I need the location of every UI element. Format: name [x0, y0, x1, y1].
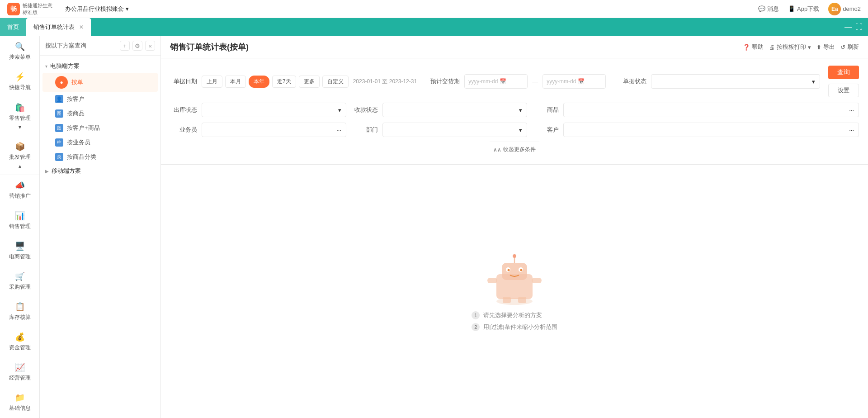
scheme-group-pc-header[interactable]: ▾ 电脑端方案: [40, 59, 160, 73]
sidebar-section-top: 🔍 搜索菜单 ⚡ 快捷导航: [0, 36, 39, 97]
by-order-label: 按单: [71, 78, 83, 86]
tab-close-icon[interactable]: ✕: [79, 24, 84, 30]
date-range-text: 2023-01-01 至 2023-12-31: [353, 78, 417, 86]
template-print-btn[interactable]: 🖨 按模板打印 ▾: [769, 43, 811, 51]
empty-illustration: [483, 252, 546, 306]
sales-stat-tab-label: 销售订单统计表: [33, 23, 75, 31]
sidebar-item-marketing[interactable]: 📣 营销推广: [0, 175, 39, 205]
help-btn[interactable]: ❓ 帮助: [743, 43, 764, 51]
account-selector[interactable]: 办公用品行业模拟账套 ▾: [65, 5, 129, 13]
add-scheme-btn[interactable]: +: [120, 41, 130, 51]
ecommerce-icon: 🖥️: [15, 241, 25, 251]
scheme-item-by-goods[interactable]: 图 按商品: [42, 106, 158, 121]
goods-label: 商品: [532, 106, 559, 114]
date-btn-this-year[interactable]: 本年: [249, 76, 269, 88]
tab-bar: 首页 销售订单统计表 ✕ — ⛶: [0, 18, 868, 36]
sidebar-item-finance[interactable]: 💰 资金管理: [0, 327, 39, 357]
payment-status-select[interactable]: ▾: [382, 103, 527, 117]
home-tab-label: 首页: [7, 23, 19, 31]
sidebar-item-purchase[interactable]: 🛒 采购管理: [0, 266, 39, 296]
svg-rect-2: [502, 263, 527, 280]
sidebar-item-basicinfo[interactable]: 📁 基础信息: [0, 387, 39, 418]
date-end-input[interactable]: yyyy-mm-dd 📅: [542, 74, 606, 89]
sidebar-item-ecommerce[interactable]: 🖥️ 电商管理: [0, 236, 39, 266]
message-btn[interactable]: 💬 消息: [758, 5, 779, 13]
dropdown-arrow-icon: ▾: [126, 5, 129, 12]
calendar-end-icon: 📅: [578, 78, 585, 85]
scheme-item-by-category[interactable]: 类 按商品分类: [42, 150, 158, 164]
refresh-icon: ↺: [840, 44, 845, 51]
salesperson-select[interactable]: ···: [202, 123, 346, 137]
tab-home[interactable]: 首页: [0, 18, 26, 36]
collapse-more-btn[interactable]: ∧∧ 收起更多条件: [490, 142, 539, 157]
sidebar-item-retail[interactable]: 🛍️ 零售管理 ▾: [0, 97, 39, 136]
scheme-item-by-customer[interactable]: 👤 按客户: [42, 92, 158, 106]
mobile-group-arrow-icon: ▶: [45, 169, 49, 174]
settings-button[interactable]: 设置: [828, 84, 859, 97]
scheme-item-by-customer-goods[interactable]: 图 按客户+商品: [42, 121, 158, 135]
by-customer-icon: 👤: [55, 95, 63, 103]
department-select[interactable]: ▾: [382, 123, 527, 137]
payment-status-label: 收款状态: [351, 106, 378, 114]
sidebar-item-wholesale[interactable]: 📦 批发管理 ▴: [0, 136, 39, 175]
query-button[interactable]: 查询: [828, 66, 859, 79]
svg-point-6: [520, 269, 523, 271]
date-btn-this-month[interactable]: 本月: [225, 76, 246, 88]
wholesale-arrow-icon: ▴: [19, 163, 21, 169]
sidebar-item-quicknav[interactable]: ⚡ 快捷导航: [0, 66, 39, 97]
scheme-group-mobile-header[interactable]: ▶ 移动端方案: [40, 164, 160, 178]
date-end-placeholder: yyyy-mm-dd: [547, 78, 576, 85]
hint-1: 请先选择要分析的方案: [483, 311, 542, 319]
pc-group-label: 电脑端方案: [50, 62, 80, 70]
minimize-icon[interactable]: —: [844, 23, 852, 31]
settings-scheme-btn[interactable]: ⚙: [132, 41, 142, 51]
svg-point-5: [508, 269, 510, 271]
export-icon: ⬆: [816, 44, 821, 51]
empty-svg: [483, 252, 546, 306]
sidebar-item-search[interactable]: 🔍 搜索菜单: [0, 36, 39, 66]
scheme-item-by-salesperson[interactable]: 柱 按业务员: [42, 135, 158, 150]
date-btn-custom[interactable]: 自定义: [322, 76, 349, 88]
date-btn-7days[interactable]: 近7天: [272, 76, 296, 88]
empty-steps: 1 请先选择要分析的方案 2 用[过滤]条件来缩小分析范围: [472, 311, 557, 331]
sidebar-item-operation[interactable]: 📈 经营管理: [0, 357, 39, 387]
top-bar-right: 💬 消息 📱 App下载 Ea demo2: [758, 3, 861, 15]
print-arrow-icon: ▾: [808, 44, 811, 51]
user-avatar-area[interactable]: Ea demo2: [828, 3, 861, 15]
avatar: Ea: [828, 3, 841, 15]
single-status-select[interactable]: ▾: [651, 74, 820, 89]
scheme-list: ▾ 电脑端方案 ● 按单 👤 按客户 图: [40, 56, 160, 181]
svg-rect-9: [487, 278, 497, 283]
date-start-placeholder: yyyy-mm-dd: [468, 78, 498, 85]
tab-sales-stat[interactable]: 销售订单统计表 ✕: [26, 18, 91, 36]
goods-select[interactable]: ···: [563, 103, 859, 117]
collapse-panel-btn[interactable]: «: [145, 41, 155, 51]
refresh-btn[interactable]: ↺ 刷新: [840, 43, 859, 51]
quicknav-icon: ⚡: [15, 72, 25, 82]
scheme-group-pc: ▾ 电脑端方案 ● 按单 👤 按客户 图: [40, 59, 160, 164]
maximize-icon[interactable]: ⛶: [855, 23, 863, 31]
sidebar-item-sales[interactable]: 📊 销售管理: [0, 205, 39, 236]
svg-point-8: [513, 254, 516, 258]
customer-select[interactable]: ···: [563, 123, 859, 137]
left-panel: 按以下方案查询 + ⚙ « ▾: [40, 36, 161, 418]
export-btn[interactable]: ⬆ 导出: [816, 43, 835, 51]
date-range-divider: —: [532, 78, 538, 85]
settings-icon: ⚙: [135, 43, 140, 49]
scheme-group-mobile: ▶ 移动端方案: [40, 164, 160, 178]
single-status-arrow-icon: ▾: [812, 78, 815, 85]
scheme-item-by-order[interactable]: ● 按单: [42, 73, 158, 92]
date-btn-last-month[interactable]: 上月: [202, 76, 222, 88]
date-start-input[interactable]: yyyy-mm-dd 📅: [464, 74, 528, 89]
delivery-status-select[interactable]: ▾: [202, 103, 346, 117]
department-label: 部门: [351, 126, 378, 134]
page-header: 销售订单统计表(按单) ❓ 帮助 🖨 按模板打印 ▾ ⬆ 导出: [161, 36, 868, 58]
sidebar-section-wholesale: 📦 批发管理 ▴: [0, 136, 39, 175]
date-btn-more[interactable]: 更多: [299, 76, 320, 88]
date-btn-group: 上月 本月 本年 近7天 更多 自定义: [202, 76, 349, 88]
logo-text: 畅捷通好生意 标准版: [23, 2, 52, 15]
message-icon: 💬: [758, 5, 765, 12]
step-1-num: 1: [472, 311, 480, 319]
app-download-btn[interactable]: 📱 App下载: [788, 5, 819, 13]
sidebar-item-inventory[interactable]: 📋 库存核算: [0, 296, 39, 327]
